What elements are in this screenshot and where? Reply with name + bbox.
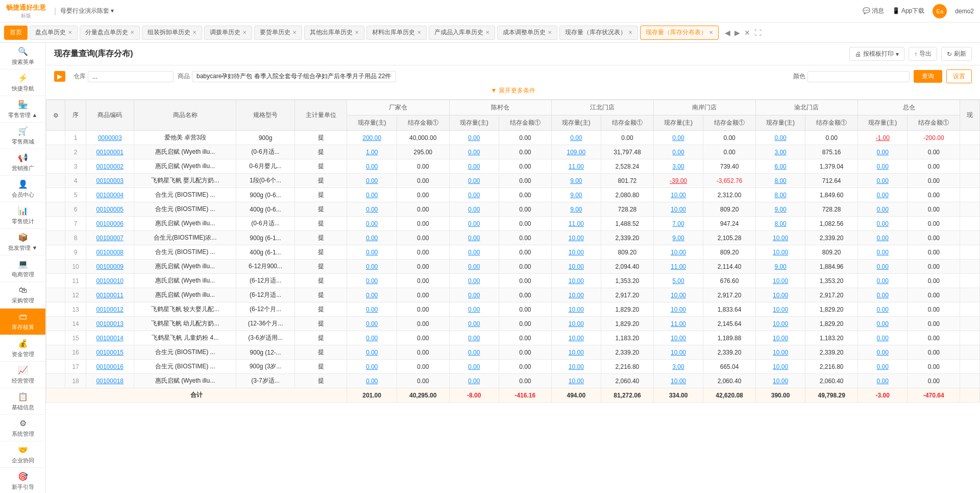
tab-close-2[interactable]: ✕ xyxy=(130,30,134,35)
tab-expand[interactable]: ⛶ xyxy=(754,29,762,37)
row-na-qty[interactable]: 0.00 xyxy=(653,131,703,145)
row-na-qty[interactable]: 7.00 xyxy=(653,217,703,231)
row-code[interactable]: 00100018 xyxy=(86,374,134,388)
row-z-qty[interactable]: 0.00 xyxy=(858,345,908,360)
row-jb-qty[interactable]: 10.00 xyxy=(551,374,601,388)
row-yb-qty[interactable]: 9.00 xyxy=(755,202,805,217)
row-jb-qty[interactable]: 10.00 xyxy=(551,317,601,331)
row-c-qty[interactable]: 0.00 xyxy=(347,231,397,245)
row-jb-qty[interactable]: 9.00 xyxy=(551,188,601,202)
settings-icon[interactable]: ⚙ xyxy=(53,112,59,119)
row-jb-qty[interactable]: 10.00 xyxy=(551,302,601,317)
row-c-qty[interactable]: 200.00 xyxy=(347,131,397,145)
row-code[interactable]: 00100007 xyxy=(86,231,134,245)
sidebar-item-collab[interactable]: 🤝 企业协同 xyxy=(0,441,45,468)
row-yb-qty[interactable]: 10.00 xyxy=(755,288,805,302)
row-na-qty[interactable]: 3.00 xyxy=(653,360,703,374)
row-jb-qty[interactable]: 10.00 xyxy=(551,231,601,245)
row-z-qty[interactable]: 0.00 xyxy=(858,231,908,245)
row-c-qty[interactable]: 0.00 xyxy=(347,360,397,374)
sidebar-item-purchase[interactable]: 🛍 采购管理 xyxy=(0,282,45,309)
row-yb-qty[interactable]: 9.00 xyxy=(755,260,805,274)
row-jb-qty[interactable]: 9.00 xyxy=(551,174,601,188)
refresh-btn[interactable]: ↻ 刷新 xyxy=(941,47,972,61)
row-d-qty[interactable]: 0.00 xyxy=(449,188,499,202)
row-na-qty[interactable]: 11.00 xyxy=(653,317,703,331)
tab-5[interactable]: 要货单历史 ✕ xyxy=(254,26,302,40)
sidebar-item-wholesale[interactable]: 📦 批发管理 ▼ xyxy=(0,229,45,255)
expand-more-btn[interactable]: ▼ 展开更多条件 xyxy=(491,86,535,95)
row-code[interactable]: 00100006 xyxy=(86,217,134,231)
search-btn[interactable]: 查询 xyxy=(914,70,942,83)
row-code[interactable]: 00100010 xyxy=(86,274,134,288)
row-jb-qty[interactable]: 109.00 xyxy=(551,145,601,159)
row-code[interactable]: 00100013 xyxy=(86,317,134,331)
row-code[interactable]: 00100001 xyxy=(86,145,134,159)
row-jb-qty[interactable]: 0.00 xyxy=(551,131,601,145)
row-z-qty[interactable]: 0.00 xyxy=(858,374,908,388)
warehouse-input[interactable] xyxy=(88,71,174,82)
tab-close-4[interactable]: ✕ xyxy=(242,30,247,35)
app-download-btn[interactable]: 📱 App下载 xyxy=(892,7,924,15)
tab-7[interactable]: 材料出库单历史 ✕ xyxy=(366,26,427,40)
row-yb-qty[interactable]: 10.00 xyxy=(755,274,805,288)
tab-1[interactable]: 盘点单历史 ✕ xyxy=(30,26,78,40)
tab-2[interactable]: 分量盘点单历史 ✕ xyxy=(80,26,140,40)
row-d-qty[interactable]: 0.00 xyxy=(449,317,499,331)
row-d-qty[interactable]: 0.00 xyxy=(449,374,499,388)
row-na-qty[interactable]: 10.00 xyxy=(653,245,703,260)
row-code[interactable]: 00100003 xyxy=(86,174,134,188)
row-code[interactable]: 00100008 xyxy=(86,245,134,260)
tab-scroll-right[interactable]: ▶ xyxy=(734,29,740,37)
row-na-qty[interactable]: 10.00 xyxy=(653,288,703,302)
row-na-qty[interactable]: 9.00 xyxy=(653,231,703,245)
row-z-qty[interactable]: 0.00 xyxy=(858,245,908,260)
row-c-qty[interactable]: 0.00 xyxy=(347,302,397,317)
username-label[interactable]: demo2 xyxy=(955,8,974,15)
row-c-qty[interactable]: 0.00 xyxy=(347,159,397,174)
row-z-qty[interactable]: 0.00 xyxy=(858,331,908,345)
row-na-qty[interactable]: 10.00 xyxy=(653,345,703,360)
row-jb-qty[interactable]: 10.00 xyxy=(551,260,601,274)
tab-10[interactable]: 现存量（库存状况表） ✕ xyxy=(559,26,638,40)
row-z-qty[interactable]: 0.00 xyxy=(858,145,908,159)
row-d-qty[interactable]: 0.00 xyxy=(449,159,499,174)
goods-input[interactable] xyxy=(192,71,396,82)
tab-close-5[interactable]: ✕ xyxy=(292,30,297,35)
sidebar-item-retail-mall[interactable]: 🛒 零售商城 xyxy=(0,123,45,149)
export-btn[interactable]: ↑ 导出 xyxy=(909,47,937,61)
tab-close-6[interactable]: ✕ xyxy=(355,30,359,35)
row-code[interactable]: 00100009 xyxy=(86,260,134,274)
sidebar-item-ecommerce[interactable]: 💻 电商管理 xyxy=(0,255,45,282)
row-yb-qty[interactable]: 0.00 xyxy=(755,131,805,145)
row-jb-qty[interactable]: 11.00 xyxy=(551,159,601,174)
row-na-qty[interactable]: -39.00 xyxy=(653,174,703,188)
print-btn[interactable]: 🖨 按模板打印 ▾ xyxy=(849,47,904,61)
row-d-qty[interactable]: 0.00 xyxy=(449,202,499,217)
row-c-qty[interactable]: 0.00 xyxy=(347,260,397,274)
row-jb-qty[interactable]: 10.00 xyxy=(551,245,601,260)
row-d-qty[interactable]: 0.00 xyxy=(449,245,499,260)
sidebar-item-finance[interactable]: 💰 资金管理 xyxy=(0,335,45,362)
row-z-qty[interactable]: 0.00 xyxy=(858,202,908,217)
row-d-qty[interactable]: 0.00 xyxy=(449,260,499,274)
tab-9[interactable]: 成本调整单历史 ✕ xyxy=(497,26,557,40)
row-z-qty[interactable]: 0.00 xyxy=(858,260,908,274)
row-c-qty[interactable]: 0.00 xyxy=(347,317,397,331)
row-code[interactable]: 00100011 xyxy=(86,288,134,302)
row-d-qty[interactable]: 0.00 xyxy=(449,302,499,317)
industry-selector[interactable]: 母婴行业演示陈套 ▾ xyxy=(60,7,114,15)
row-yb-qty[interactable]: 6.00 xyxy=(755,159,805,174)
row-yb-qty[interactable]: 8.00 xyxy=(755,174,805,188)
row-c-qty[interactable]: 0.00 xyxy=(347,202,397,217)
row-d-qty[interactable]: 0.00 xyxy=(449,174,499,188)
row-na-qty[interactable]: 10.00 xyxy=(653,331,703,345)
row-code[interactable]: 00100002 xyxy=(86,159,134,174)
row-code[interactable]: 00100005 xyxy=(86,202,134,217)
row-yb-qty[interactable]: 8.00 xyxy=(755,217,805,231)
row-d-qty[interactable]: 0.00 xyxy=(449,145,499,159)
row-jb-qty[interactable]: 10.00 xyxy=(551,345,601,360)
row-c-qty[interactable]: 0.00 xyxy=(347,188,397,202)
tab-scroll-left[interactable]: ◀ xyxy=(725,29,730,37)
row-jb-qty[interactable]: 10.00 xyxy=(551,288,601,302)
